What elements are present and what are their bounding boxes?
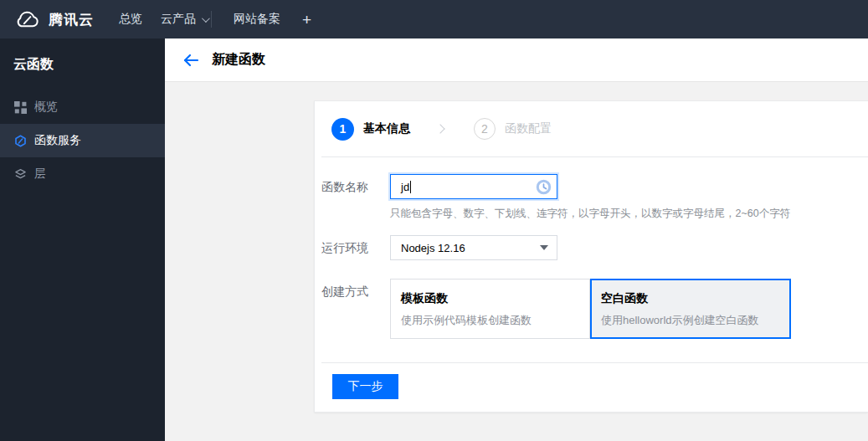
sidebar-item-label: 概览	[34, 100, 58, 115]
runtime-label: 运行环境	[321, 235, 390, 260]
divider	[321, 156, 868, 157]
creation-method-row: 创建方式 模板函数 使用示例代码模板创建函数 空白函数 使用helloworld…	[315, 279, 868, 339]
nav-item-overview[interactable]: 总览	[119, 12, 142, 27]
sidebar-item-function-service[interactable]: 函数服务	[0, 124, 165, 157]
chevron-right-icon	[435, 124, 444, 133]
runtime-row: 运行环境 Nodejs 12.16	[315, 235, 868, 260]
sidebar-item-label: 函数服务	[34, 133, 81, 148]
top-navbar: 腾讯云 总览 云产品 网站备案 +	[0, 0, 868, 38]
wizard-steps: 1 基本信息 2 函数配置	[331, 118, 868, 140]
page-header: 新建函数	[165, 38, 868, 82]
option-title: 空白函数	[601, 291, 780, 306]
step-2-label: 函数配置	[505, 121, 552, 136]
sidebar-item-layers[interactable]: 层	[0, 157, 165, 191]
tencent-cloud-logo-icon	[13, 10, 41, 29]
step-1-circle: 1	[331, 118, 354, 141]
option-description: 使用helloworld示例创建空白函数	[601, 313, 780, 328]
scf-hexagon-icon	[14, 135, 27, 147]
runtime-select[interactable]: Nodejs 12.16	[390, 235, 557, 260]
option-card-blank-function[interactable]: 空白函数 使用helloworld示例创建空白函数	[590, 279, 791, 339]
basic-info-form: 函数名称 jd 只能包含字母、数字、下划线、连字符，以字母开头，以数字或字母结尾…	[315, 174, 868, 339]
next-step-button[interactable]: 下一步	[332, 374, 398, 399]
function-name-hint: 只能包含字母、数字、下划线、连字符，以字母开头，以数字或字母结尾，2~60个字符	[390, 207, 868, 221]
function-name-input[interactable]: jd	[390, 174, 557, 199]
creation-method-options: 模板函数 使用示例代码模板创建函数 空白函数 使用helloworld示例创建空…	[390, 279, 791, 339]
divider	[321, 362, 868, 363]
create-function-card: 1 基本信息 2 函数配置 函数名称 jd	[314, 100, 868, 413]
function-name-row: 函数名称 jd	[315, 174, 868, 199]
add-tab-plus-icon[interactable]: +	[302, 12, 311, 28]
grid-overview-icon	[14, 101, 27, 114]
nav-item-icp-filing[interactable]: 网站备案	[234, 12, 280, 27]
runtime-selected-value: Nodejs 12.16	[401, 242, 465, 254]
brand-name: 腾讯云	[49, 10, 94, 29]
page-title: 新建函数	[212, 51, 265, 69]
sidebar-item-label: 层	[34, 167, 46, 182]
dropdown-caret-icon	[540, 245, 548, 250]
clock-pending-icon	[536, 179, 552, 195]
creation-method-label: 创建方式	[321, 279, 390, 339]
brand-home-link[interactable]: 腾讯云	[13, 10, 94, 29]
function-name-label: 函数名称	[321, 174, 390, 199]
content-area: 1 基本信息 2 函数配置 函数名称 jd	[165, 82, 868, 441]
layers-icon	[14, 168, 27, 181]
sidebar-item-overview[interactable]: 概览	[0, 90, 165, 124]
sidebar: 云函数 概览 函数服务	[0, 38, 165, 441]
text-cursor	[410, 181, 411, 193]
sidebar-product-title: 云函数	[0, 38, 165, 90]
option-description: 使用示例代码模板创建函数	[401, 313, 579, 328]
back-arrow-icon[interactable]	[182, 54, 199, 67]
option-card-template-function[interactable]: 模板函数 使用示例代码模板创建函数	[390, 279, 590, 339]
step-1-label: 基本信息	[363, 121, 410, 136]
nav-divider	[211, 11, 212, 28]
tencent-cloud-console: 腾讯云 总览 云产品 网站备案 + 云函数 概览	[0, 0, 868, 441]
option-title: 模板函数	[401, 291, 579, 306]
chevron-down-icon	[202, 14, 210, 23]
step-2-circle: 2	[474, 118, 496, 140]
function-name-value: jd	[401, 181, 409, 193]
nav-item-cloud-products[interactable]: 云产品	[161, 12, 208, 27]
